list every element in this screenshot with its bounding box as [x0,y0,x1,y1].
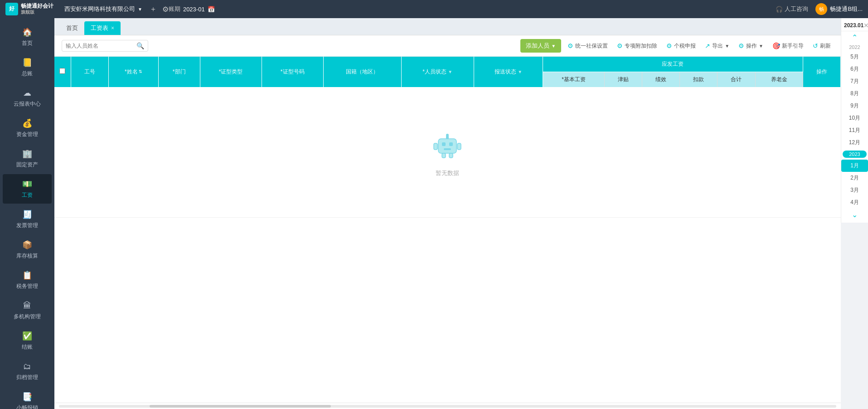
svg-point-5 [446,134,449,136]
add-btn[interactable]: ＋ [150,5,157,14]
svg-rect-1 [442,142,446,146]
tab-salary-label: 工资表 [91,24,108,32]
sidebar-item-fixed-assets[interactable]: 🏢 固定资产 [3,144,52,173]
export-icon: ↗ [705,42,710,49]
logo-icon: 好 [5,3,18,15]
th-checkbox[interactable] [54,57,71,87]
person-status-filter-icon[interactable]: ▼ [448,69,452,74]
refresh-btn[interactable]: ↺ 刷新 [810,40,834,52]
period-value: 2023-01 [183,6,205,13]
search-input[interactable] [66,43,134,49]
right-header: 🎧 人工咨询 畅 畅捷通B组... [776,3,863,15]
operations-label: 操作 [746,42,757,50]
company-selector[interactable]: 西安虾米网络科技有限公司 ▼ [64,5,142,13]
cal-month-2022-08[interactable]: 8月 [841,88,868,100]
tabs-bar: 首页 工资表 × [54,18,841,35]
new-guide-btn[interactable]: 🎯 新手引导 [770,40,806,52]
sidebar-item-cloud-report[interactable]: ☁ 云报表中心 [3,83,52,112]
tax-icon: 📋 [22,270,33,281]
th-total: 合计 [718,72,755,88]
sidebar-item-salary[interactable]: 💵 工资 [3,174,52,204]
settings-btn[interactable]: ⚙ [162,5,169,14]
scroll-track [59,405,836,408]
service-button[interactable]: 🎧 人工咨询 [776,5,808,13]
calendar-up-nav[interactable]: ⌃ [850,31,859,44]
calendar-down-nav[interactable]: ⌄ [850,209,859,221]
special-deduction-btn[interactable]: ⚙ 专项附加扣除 [614,40,660,52]
sidebar-item-closing[interactable]: ✅ 结账 [3,326,52,355]
toolbar: 🔍 添加人员 ▼ ⚙ 统一社保设置 ⚙ 专项附加扣除 ⚙ 个税申报 [54,35,841,57]
closing-icon: ✅ [22,331,33,341]
personal-tax-icon: ⚙ [666,42,672,49]
empty-state: 暂无数据 [59,91,836,214]
sidebar-item-archive[interactable]: 🗂 归档管理 [3,356,52,386]
cal-month-2022-05[interactable]: 5月 [841,51,868,63]
cal-month-2022-10[interactable]: 10月 [841,112,868,124]
social-security-btn[interactable]: ⚙ 统一社保设置 [565,40,611,52]
sidebar-item-ledger[interactable]: 📒 总账 [3,53,52,82]
funds-icon: 💰 [22,118,33,129]
period-label: 账期 [169,5,180,13]
svg-rect-7 [457,143,461,150]
special-deduction-label: 专项附加扣除 [625,42,657,50]
calendar-panel-wrap: 2023.01 ✕ ⛶ ⌃ 2022 5月 6月 7月 8月 9月 10月 11… [841,18,868,409]
new-guide-icon: 🎯 [772,42,780,49]
personal-tax-btn[interactable]: ⚙ 个税申报 [664,40,698,52]
sidebar-item-home[interactable]: 🏠 首页 [3,22,52,52]
report-status-filter-icon[interactable]: ▼ [518,69,522,74]
operations-btn[interactable]: ⚙ 操作 ▼ [736,40,766,52]
add-person-arrow: ▼ [551,44,556,49]
th-nationality: 国籍（地区） [323,57,401,87]
company-name: 西安虾米网络科技有限公司 [64,5,135,13]
bottom-scrollbar[interactable] [54,403,841,409]
select-all-checkbox[interactable] [59,68,65,74]
salary-icon: 💵 [22,179,33,190]
salary-table: 工号 *姓名⇅ *部门 *证型类型 *证型号码 国籍（地区） *人员状态 ▼ [54,57,841,218]
sidebar-label-closing: 结账 [22,343,33,351]
sidebar-item-expense[interactable]: 📑 小畅报销 [3,387,52,409]
special-deduction-icon: ⚙ [617,42,623,49]
svg-rect-9 [449,153,453,158]
close-panel-icon[interactable]: ✕ [863,22,868,29]
personal-tax-label: 个税申报 [674,42,696,50]
refresh-label: 刷新 [820,42,831,50]
sidebar-item-multi-org[interactable]: 🏛 多机构管理 [3,296,52,325]
account-period: 账期 2023-01 📅 [169,5,215,13]
sidebar-item-tax[interactable]: 📋 税务管理 [3,265,52,295]
th-dept: *部门 [158,57,200,87]
sidebar-label-inventory: 库存核算 [16,252,38,260]
cal-month-2023-04[interactable]: 4月 [841,196,868,209]
logo-title: 畅捷通好会计 [21,3,53,9]
cal-month-2022-07[interactable]: 7月 [841,75,868,88]
cal-month-2022-06[interactable]: 6月 [841,63,868,75]
empty-state-row: 暂无数据 [54,87,841,217]
user-area[interactable]: 畅 畅捷通B组... [815,3,863,15]
sidebar-item-inventory[interactable]: 📦 库存核算 [3,235,52,264]
calendar-icon[interactable]: 📅 [208,6,215,13]
sidebar-item-funds[interactable]: 💰 资金管理 [3,113,52,143]
add-person-button[interactable]: 添加人员 ▼ [520,39,561,53]
th-person-status: *人员状态 ▼ [401,57,474,87]
sidebar-item-invoice[interactable]: 🧾 发票管理 [3,204,52,234]
cal-month-2023-02[interactable]: 2月 [841,172,868,184]
sidebar-label-home: 首页 [22,39,33,47]
year-2022-label: 2022 [848,44,861,51]
archive-icon: 🗂 [22,361,33,372]
cal-month-2023-01[interactable]: 1月 [841,160,868,172]
th-base-salary: *基本工资 [543,72,604,88]
tab-home[interactable]: 首页 [60,21,84,35]
calendar-title: 2023.01 [844,22,863,29]
cal-month-2022-12[interactable]: 12月 [841,136,868,149]
cal-month-2023-03[interactable]: 3月 [841,184,868,196]
company-dropdown-icon: ▼ [138,7,142,12]
cal-month-2022-11[interactable]: 11月 [841,124,868,136]
export-btn[interactable]: ↗ 导出 ▼ [702,40,732,52]
sidebar: 🏠 首页 📒 总账 ☁ 云报表中心 💰 资金管理 🏢 固定资产 💵 工资 🧾 发… [0,18,54,409]
ledger-icon: 📒 [22,57,33,68]
salary-table-body: 暂无数据 [54,87,841,217]
empty-icon [429,127,466,164]
tab-close-icon[interactable]: × [111,25,114,31]
sidebar-label-tax: 税务管理 [16,282,38,290]
tab-salary[interactable]: 工资表 × [84,21,121,35]
cal-month-2022-09[interactable]: 9月 [841,100,868,112]
